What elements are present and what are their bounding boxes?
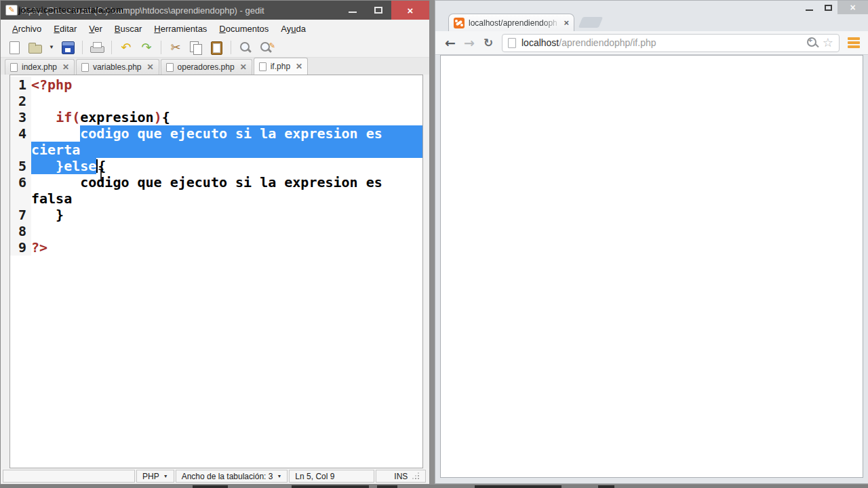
- browser-content-blank-page[interactable]: [440, 55, 863, 478]
- code-line[interactable]: [31, 223, 422, 239]
- code-keyword: ): [154, 109, 162, 125]
- editor-tab-index.php[interactable]: index.php✕: [5, 59, 75, 75]
- editor-tab-if.php[interactable]: if.php✕: [254, 58, 308, 75]
- editor-area: 1<?php23 if(expresion){4 codigo que ejec…: [1, 75, 429, 468]
- line-number: [10, 142, 31, 158]
- cursor-position: Ln 5, Col 9: [289, 470, 374, 483]
- line-number: 5: [10, 158, 31, 174]
- code-row: 2: [10, 93, 422, 109]
- code-line[interactable]: [31, 93, 422, 109]
- new-tab-button[interactable]: [578, 17, 603, 28]
- tab-label: operadores.php: [178, 62, 235, 72]
- forward-button[interactable]: →: [460, 35, 479, 50]
- save-icon[interactable]: [60, 40, 76, 55]
- line-number: 6: [10, 174, 31, 190]
- menu-item-ver[interactable]: Ver: [83, 21, 108, 37]
- code-line[interactable]: codigo que ejecuto si la expresion es: [31, 125, 422, 142]
- replace-icon[interactable]: ✎: [258, 40, 274, 55]
- pencil-icon: ✎: [269, 41, 275, 50]
- gedit-titlebar: ✎ if.php (Disco local (C:) \xampp\htdocs…: [1, 1, 429, 20]
- code-line[interactable]: }: [31, 207, 422, 223]
- tab-close-icon[interactable]: ✕: [296, 62, 302, 70]
- copy-icon[interactable]: [188, 40, 204, 55]
- open-folder-icon[interactable]: [27, 40, 43, 55]
- menu-item-editar[interactable]: Editar: [47, 21, 83, 37]
- code-text: [31, 109, 56, 125]
- open-dropdown-caret-icon[interactable]: ▼: [47, 40, 56, 55]
- dropdown-caret-icon: ▼: [277, 474, 281, 479]
- code-text: }: [31, 207, 64, 223]
- document-icon: [81, 63, 89, 72]
- zoom-icon[interactable]: +: [805, 35, 820, 50]
- minimize-button[interactable]: [800, 1, 818, 14]
- code-row: cierta: [10, 142, 422, 158]
- browser-tab[interactable]: localhost/aprendiendoph ×: [448, 14, 574, 31]
- code-row: 8: [10, 223, 422, 239]
- code-line[interactable]: ?>: [31, 239, 422, 256]
- menu-item-herramientas[interactable]: Herramientas: [148, 21, 213, 37]
- code-text: codigo que ejecuto si la expresion es: [31, 174, 382, 190]
- minimize-button[interactable]: [340, 1, 366, 20]
- new-document-icon[interactable]: [7, 40, 23, 55]
- code-keyword: ?>: [31, 239, 47, 256]
- code-line[interactable]: if(expresion){: [31, 109, 422, 125]
- close-button[interactable]: ×: [837, 1, 868, 14]
- address-bar[interactable]: localhost/aprendiendophp/if.php + ☆: [502, 34, 840, 52]
- code-row: 4 codigo que ejecuto si la expresion es: [10, 125, 422, 142]
- menu-item-documentos[interactable]: Documentos: [213, 21, 275, 37]
- cut-icon[interactable]: ✂: [167, 40, 184, 55]
- dropdown-caret-icon: ▼: [163, 474, 168, 479]
- page-icon: [508, 38, 516, 48]
- code-textview[interactable]: 1<?php23 if(expresion){4 codigo que ejec…: [9, 75, 423, 468]
- bookmark-star-icon[interactable]: ☆: [823, 35, 833, 50]
- code-keyword: <?php: [31, 77, 72, 93]
- find-icon[interactable]: [237, 40, 254, 55]
- taskbar-segment: [475, 485, 561, 488]
- code-line[interactable]: falsa: [31, 190, 422, 207]
- language-selector[interactable]: PHP ▼: [136, 470, 174, 483]
- statusbar-message-area: [3, 470, 135, 483]
- code-line[interactable]: codigo que ejecuto si la expresion es: [31, 174, 422, 190]
- print-icon[interactable]: [89, 40, 105, 55]
- menu-item-buscar[interactable]: Buscar: [108, 21, 148, 37]
- resize-grip[interactable]: [413, 473, 420, 480]
- code-line[interactable]: <?php: [31, 77, 422, 93]
- maximize-button[interactable]: [818, 1, 837, 14]
- taskbar-segment: [598, 485, 614, 488]
- paste-icon[interactable]: [208, 40, 224, 55]
- undo-icon[interactable]: ↶: [118, 40, 134, 55]
- line-number: 2: [10, 93, 31, 109]
- gedit-tabbar: index.php✕variables.php✕operadores.php✕i…: [1, 58, 429, 75]
- tab-label: index.php: [22, 62, 57, 72]
- line-number: [10, 190, 31, 207]
- redo-icon[interactable]: ↷: [138, 40, 155, 55]
- line-number: 8: [10, 223, 31, 239]
- mouse-ibeam-cursor: [98, 169, 104, 184]
- watermark-text: josevicentecarratala.com: [18, 5, 123, 15]
- taskbar-segment: [377, 485, 397, 488]
- chrome-menu-icon[interactable]: [845, 35, 863, 50]
- gedit-menubar: ArchivoEditarVerBuscarHerramientasDocume…: [1, 20, 429, 37]
- code-line[interactable]: cierta: [31, 142, 422, 158]
- gedit-statusbar: PHP ▼ Ancho de la tabulación: 3 ▼ Ln 5, …: [1, 468, 429, 484]
- menu-item-ayuda[interactable]: Ayuda: [275, 21, 312, 37]
- tab-close-icon[interactable]: ×: [564, 18, 569, 28]
- code-text: cierta: [31, 142, 80, 158]
- close-button[interactable]: ×: [391, 1, 429, 20]
- document-icon: [10, 63, 18, 72]
- editor-tab-operadores.php[interactable]: operadores.php✕: [161, 59, 252, 75]
- reload-button[interactable]: ↻: [479, 36, 498, 49]
- url-text[interactable]: localhost/aprendiendophp/if.php: [521, 37, 805, 48]
- tab-close-icon[interactable]: ✕: [240, 63, 247, 71]
- code-line[interactable]: }else{: [31, 158, 422, 174]
- menu-item-archivo[interactable]: Archivo: [6, 21, 47, 37]
- tab-close-icon[interactable]: ✕: [62, 63, 69, 71]
- editor-tab-variables.php[interactable]: variables.php✕: [76, 59, 159, 75]
- maximize-button[interactable]: [366, 1, 391, 20]
- chrome-window: × localhost/aprendiendoph × ← → ↻ localh…: [435, 0, 868, 484]
- document-icon: [259, 62, 267, 71]
- tab-width-selector[interactable]: Ancho de la tabulación: 3 ▼: [176, 470, 288, 483]
- tab-close-icon[interactable]: ✕: [147, 63, 154, 71]
- back-button[interactable]: ←: [441, 35, 460, 50]
- tab-label: variables.php: [93, 62, 141, 72]
